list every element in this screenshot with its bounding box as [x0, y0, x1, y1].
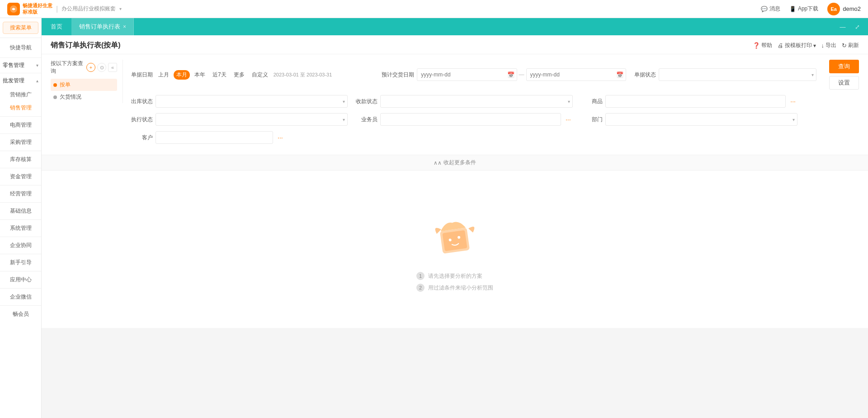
- search-action-col: 查询 设置: [829, 60, 859, 90]
- salesperson-input[interactable]: [380, 113, 561, 126]
- sidebar-item-member[interactable]: 畅会员: [0, 306, 41, 323]
- search-menu-button[interactable]: 搜索菜单: [3, 22, 38, 34]
- collapse-bar[interactable]: ∧∧ 收起更多条件: [42, 155, 868, 171]
- exec-status-select[interactable]: [156, 113, 348, 126]
- sidebar-item-newbie[interactable]: 新手引导: [0, 254, 41, 271]
- filter-item-dot-normal: [53, 95, 57, 99]
- retail-arrow-icon: ▾: [36, 63, 38, 68]
- sidebar-item-system[interactable]: 系统管理: [0, 220, 41, 237]
- sidebar-group-retail-header[interactable]: 零售管理 ▾: [0, 58, 41, 73]
- sidebar-group-wholesale-header[interactable]: 批发管理 ▴: [0, 73, 41, 88]
- receipt-status-select[interactable]: [380, 95, 572, 108]
- page-header-actions: ❓ 帮助 🖨 按模板打印 ▾ ↓ 导出 ↻: [753, 42, 859, 49]
- date-separator: —: [519, 71, 524, 78]
- tab-home[interactable]: 首页: [42, 18, 72, 35]
- goods-input[interactable]: [605, 95, 786, 108]
- filter-field-salesperson: 业务员 ···: [355, 113, 572, 126]
- page-content: 销售订单执行表(按单) ❓ 帮助 🖨 按模板打印 ▾ ↓: [42, 35, 868, 418]
- filter-row-3: 执行状态 ▾ 业务员 ···: [130, 113, 859, 126]
- sidebar-item-enterprise-collab[interactable]: 企业协同: [0, 237, 41, 254]
- expected-date-end-input[interactable]: [526, 68, 626, 81]
- filter-sidebar-header: 按以下方案查询 + ⊙ «: [51, 60, 117, 75]
- sidebar-search-area: 搜索菜单: [0, 18, 41, 38]
- app-download-button[interactable]: 📱 App下载: [789, 5, 818, 13]
- avatar: Ea: [827, 3, 840, 15]
- sidebar-item-app-center[interactable]: 应用中心: [0, 271, 41, 289]
- customer-more-button[interactable]: ···: [276, 134, 285, 141]
- filter-row-4: 客户 ···: [130, 131, 859, 144]
- doc-status-label: 单据状态: [633, 71, 656, 79]
- salesperson-more-button[interactable]: ···: [564, 116, 573, 123]
- tab-expand-button[interactable]: ⤢: [852, 21, 863, 32]
- page-inner: 销售订单执行表(按单) ❓ 帮助 🖨 按模板打印 ▾ ↓: [42, 35, 868, 328]
- doc-date-label: 单据日期: [130, 71, 153, 79]
- filter-item-by-order[interactable]: 按单: [51, 79, 117, 91]
- print-button[interactable]: 🖨 按模板打印 ▾: [778, 42, 816, 49]
- search-button[interactable]: 查询: [829, 60, 859, 73]
- filter-field-doc-date: 单据日期 上月 本月 本年 近7天 更多 自定义: [130, 70, 374, 80]
- page-header: 销售订单执行表(按单) ❓ 帮助 🖨 按模板打印 ▾ ↓: [42, 35, 868, 54]
- doc-status-select[interactable]: [659, 68, 816, 81]
- customer-input[interactable]: [156, 131, 273, 144]
- tab-bar: 首页 销售订单执行表 × — ⤢: [42, 18, 868, 35]
- filter-sidebar-title: 按以下方案查询: [51, 60, 86, 75]
- receipt-status-select-wrap: ▾: [380, 95, 572, 108]
- filter-item-shortage[interactable]: 欠货情况: [51, 91, 117, 103]
- filter-field-goods: 商品 ···: [580, 95, 797, 108]
- wholesale-arrow-icon: ▴: [36, 78, 38, 83]
- industry-arrow[interactable]: ▾: [119, 6, 122, 11]
- date-tab-custom[interactable]: 自定义: [249, 70, 271, 80]
- sidebar-item-enterprise-wechat[interactable]: 企业微信: [0, 289, 41, 306]
- user-profile[interactable]: Ea demo2: [827, 3, 861, 15]
- message-button[interactable]: 💬 消息: [761, 5, 780, 13]
- header-right: 💬 消息 📱 App下载 Ea demo2: [761, 3, 861, 15]
- filter-sidebar-icons: + ⊙ «: [86, 63, 117, 72]
- refresh-button[interactable]: ↻ 刷新: [842, 42, 859, 49]
- empty-tips: 1 请先选择要分析的方案 2 用过滤条件来缩小分析范围: [416, 272, 493, 292]
- out-status-select[interactable]: [156, 95, 348, 108]
- tab-collapse-button[interactable]: —: [837, 21, 848, 32]
- filter-add-button[interactable]: +: [86, 63, 95, 72]
- date-tab-more[interactable]: 更多: [231, 70, 247, 80]
- collapse-text: ∧∧ 收起更多条件: [434, 159, 476, 166]
- date-tab-7days[interactable]: 近7天: [210, 70, 229, 80]
- goods-more-button[interactable]: ···: [788, 98, 797, 105]
- sidebar-item-marketing[interactable]: 营销推广: [0, 88, 41, 101]
- sidebar-item-purchase[interactable]: 采购管理: [0, 134, 41, 151]
- header-left: 畅捷通好生意 标准版 | 办公用品行业模拟账套 ▾: [7, 3, 122, 15]
- sidebar-item-sales[interactable]: 销售管理: [0, 101, 41, 114]
- sidebar-item-finance[interactable]: 资金管理: [0, 168, 41, 185]
- sidebar: 搜索菜单 快捷导航 零售管理 ▾ 批发管理 ▴ 营销推广 销售管理 电商管理 采…: [0, 18, 42, 418]
- download-icon: 📱: [789, 6, 796, 12]
- sidebar-item-quick-nav[interactable]: 快捷导航: [0, 41, 41, 55]
- sidebar-item-ecommerce[interactable]: 电商管理: [0, 117, 41, 134]
- tab-close-button[interactable]: ×: [123, 24, 126, 30]
- logo-area[interactable]: 畅捷通好生意 标准版: [7, 3, 52, 15]
- sidebar-item-operations[interactable]: 经营管理: [0, 185, 41, 203]
- date-tab-this-year[interactable]: 本年: [192, 70, 208, 80]
- tab-active-sales-exec[interactable]: 销售订单执行表 ×: [72, 18, 134, 35]
- customer-label: 客户: [130, 134, 153, 142]
- export-button[interactable]: ↓ 导出: [821, 42, 837, 49]
- help-icon: ❓: [753, 42, 760, 49]
- expected-date-start-input[interactable]: [417, 68, 517, 81]
- sidebar-nav: 快捷导航: [0, 38, 41, 58]
- user-name: demo2: [843, 5, 861, 12]
- filter-edit-button[interactable]: ⊙: [97, 63, 106, 72]
- expected-date-end-box: 📅: [526, 68, 626, 81]
- date-tabs: 上月 本月 本年 近7天 更多 自定义: [156, 70, 271, 80]
- filter-collapse-button[interactable]: «: [108, 63, 117, 72]
- help-button[interactable]: ❓ 帮助: [753, 42, 772, 49]
- export-icon: ↓: [821, 42, 825, 49]
- date-tab-this-month[interactable]: 本月: [174, 70, 190, 80]
- expected-date-start-box: 📅: [417, 68, 517, 81]
- print-arrow-icon: ▾: [813, 43, 816, 49]
- sidebar-item-inventory[interactable]: 库存核算: [0, 151, 41, 168]
- expected-date-label: 预计交货日期: [382, 71, 414, 79]
- filter-field-out-status: 出库状态 ▾: [130, 95, 348, 108]
- date-tab-last-month[interactable]: 上月: [156, 70, 172, 80]
- filter-field-department: 部门 ▾: [580, 113, 797, 126]
- sidebar-item-basic-info[interactable]: 基础信息: [0, 203, 41, 220]
- settings-button[interactable]: 设置: [829, 76, 859, 90]
- department-select[interactable]: [605, 113, 797, 126]
